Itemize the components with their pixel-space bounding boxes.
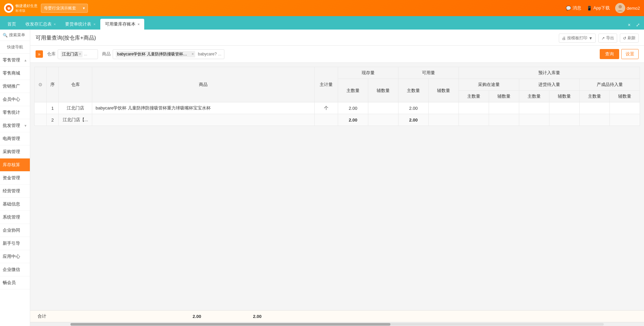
- refresh-btn[interactable]: ↺ 刷新: [620, 34, 639, 43]
- close-tab-icon[interactable]: ×: [138, 22, 140, 26]
- settings-col-header[interactable]: ⚙: [35, 67, 47, 102]
- print-template-btn[interactable]: 🖨 按模板打印 ▼: [559, 34, 596, 43]
- summary-current-main: 2.00: [182, 314, 212, 319]
- sidebar-item-business[interactable]: 经营管理: [0, 185, 30, 198]
- tab-label: 要货单统计表: [65, 21, 91, 27]
- top-bar: 畅 畅捷通好生意 标准版 母婴行业演示账套 ▼ 💬 消息 📱 App下载 dem…: [0, 0, 644, 16]
- horizontal-scrollbar[interactable]: [30, 322, 644, 326]
- row-purchase-main: [459, 102, 489, 114]
- tab-label: 可用量库存账本: [105, 21, 136, 27]
- table-scroll-area[interactable]: ⚙ 序 仓库 商品 主计量 现存量 可用量 预计入库量 主数量 辅数量 主数量: [30, 63, 644, 310]
- sidebar-item-retail-mall[interactable]: 零售商城: [0, 67, 30, 80]
- inbound-aux-header: 辅数量: [549, 91, 580, 102]
- filter-row: » 仓库 江北门店 × ... 商品 babycare学饮杯 儿童防摔防撞吸管杯…: [30, 46, 644, 63]
- gear-icon[interactable]: ⚙: [38, 82, 43, 87]
- close-tab-icon[interactable]: ×: [54, 22, 56, 26]
- sidebar-item-new-guide[interactable]: 新手引导: [0, 237, 30, 250]
- content-area: 可用量查询(按仓库+商品) 🖨 按模板打印 ▼ ↗ 导出 ↺ 刷新: [30, 30, 644, 326]
- query-btn[interactable]: 查询: [600, 49, 619, 59]
- close-tab-icon[interactable]: ×: [93, 22, 95, 26]
- tab-available-stock[interactable]: 可用量库存账本 ×: [100, 19, 144, 30]
- sidebar-item-basic-info[interactable]: 基础信息: [0, 198, 30, 211]
- current-main-qty-header: 主数量: [338, 79, 368, 102]
- sidebar-item-ecommerce[interactable]: 电商管理: [0, 132, 30, 145]
- table-row: 2 江北门店【... 2.00 2.00: [35, 114, 640, 126]
- sidebar-item-purchase[interactable]: 采购管理: [0, 145, 30, 158]
- warehouse-label: 仓库: [47, 51, 56, 57]
- svg-text:畅: 畅: [7, 7, 10, 10]
- sidebar-item-finance[interactable]: 资金管理: [0, 172, 30, 185]
- message-btn[interactable]: 💬 消息: [566, 5, 581, 11]
- row-produced-main: [580, 102, 610, 114]
- maximize-window-btn[interactable]: ⤢: [635, 21, 641, 28]
- row-current-main-subtotal: 2.00: [338, 114, 368, 126]
- sidebar-item-system[interactable]: 系统管理: [0, 211, 30, 224]
- page-title: 可用量查询(按仓库+商品): [36, 35, 96, 42]
- sidebar-quick-nav[interactable]: 快捷导航: [0, 41, 30, 54]
- tab-receive-summary[interactable]: 收发存汇总表 ×: [21, 19, 60, 30]
- warehouse-input[interactable]: 江北门店 × ...: [58, 49, 98, 59]
- row-unit-subtotal: [315, 114, 338, 126]
- sidebar-item-app-center[interactable]: 应用中心: [0, 250, 30, 263]
- refresh-icon: ↺: [623, 36, 626, 41]
- sidebar-item-member[interactable]: 会员中心: [0, 93, 30, 106]
- available-aux-qty-header: 辅数量: [429, 79, 459, 102]
- row-available-main-subtotal: 2.00: [398, 114, 429, 126]
- no-col-header: 序: [47, 67, 59, 102]
- product-col-header: 商品: [92, 67, 315, 102]
- row-available-main: 2.00: [398, 102, 429, 114]
- print-icon: 🖨: [562, 36, 566, 41]
- sidebar-item-enterprise[interactable]: 企业协同: [0, 224, 30, 237]
- sidebar-menu: 零售管理 ▲ 零售商城 营销推广 会员中心 零售统计 批发管理 ▼ 电商管理: [0, 54, 30, 289]
- available-group-header: 可用量: [398, 67, 459, 79]
- current-stock-group-header: 现存量: [338, 67, 398, 79]
- row-inbound-main-subtotal: [519, 114, 549, 126]
- home-label: 首页: [7, 21, 16, 27]
- app-download-btn[interactable]: 📱 App下载: [587, 5, 610, 11]
- remove-product-tag[interactable]: ×: [192, 52, 194, 56]
- dropdown-icon: ▼: [589, 36, 593, 41]
- tab-home[interactable]: 首页: [3, 19, 21, 30]
- nav-tabs: 首页 收发存汇总表 × 要货单统计表 × 可用量库存账本 × × ⤢: [0, 16, 644, 30]
- settings-btn[interactable]: 设置: [621, 49, 639, 59]
- sidebar-item-wholesale[interactable]: 批发管理 ▼: [0, 119, 30, 132]
- window-controls: × ⤢: [627, 21, 641, 30]
- filter-expand-btn[interactable]: »: [36, 50, 43, 58]
- search-icon: 🔍: [3, 33, 8, 38]
- sidebar-search[interactable]: 🔍 搜索菜单: [0, 30, 30, 41]
- top-right-area: 💬 消息 📱 App下载 demo2: [566, 3, 640, 13]
- table-row: 1 江北门店 babycare学饮杯 儿童防摔防撞吸管杯重力球吸嘴杯宝宝水杯 个…: [35, 102, 640, 114]
- logo-area: 畅 畅捷通好生意 标准版: [4, 3, 38, 13]
- tab-order-stats[interactable]: 要货单统计表 ×: [60, 19, 100, 30]
- industry-selector[interactable]: 母婴行业演示账套 ▼: [41, 4, 88, 13]
- user-menu[interactable]: demo2: [615, 3, 640, 13]
- close-window-btn[interactable]: ×: [627, 21, 632, 28]
- produced-pending-group-header: 产成品待入量: [580, 79, 640, 91]
- produced-main-header: 主数量: [580, 91, 610, 102]
- export-btn[interactable]: ↗ 导出: [598, 34, 617, 43]
- sidebar-item-inventory[interactable]: 库存核算: [0, 158, 30, 172]
- scrollbar-thumb[interactable]: [70, 323, 390, 326]
- sidebar-item-marketing[interactable]: 营销推广: [0, 80, 30, 93]
- row-current-aux: [368, 102, 398, 114]
- row-produced-main-subtotal: [580, 114, 610, 126]
- scrollbar-track[interactable]: [70, 323, 604, 326]
- row-current-main: 2.00: [338, 102, 368, 114]
- logo-icon: 畅: [4, 3, 13, 13]
- product-input[interactable]: babycare学饮杯 儿童防摔防撞吸管杯重力球吸嘴杯宝宝水杯 × babyca…: [113, 49, 224, 59]
- row-product: babycare学饮杯 儿童防摔防撞吸管杯重力球吸嘴杯宝宝水杯: [92, 102, 315, 114]
- filter-actions: 查询 设置: [600, 49, 639, 59]
- sidebar-item-retail-stats[interactable]: 零售统计: [0, 106, 30, 119]
- sidebar-item-vip[interactable]: 畅会员: [0, 276, 30, 289]
- row-inbound-aux: [549, 102, 580, 114]
- sidebar-item-retail-mgmt[interactable]: 零售管理 ▲: [0, 54, 30, 67]
- bottom-summary: 合计 2.00 2.00: [30, 310, 644, 322]
- row-produced-aux-subtotal: [610, 114, 640, 126]
- purchase-aux-header: 辅数量: [489, 91, 519, 102]
- row-no: 2: [47, 114, 59, 126]
- remove-warehouse-tag[interactable]: ×: [79, 52, 81, 56]
- row-purchase-aux-subtotal: [489, 114, 519, 126]
- product-tag-2: babycare?: [198, 52, 217, 56]
- sidebar-item-enterprise-wx[interactable]: 企业微信: [0, 263, 30, 276]
- export-icon: ↗: [601, 36, 605, 41]
